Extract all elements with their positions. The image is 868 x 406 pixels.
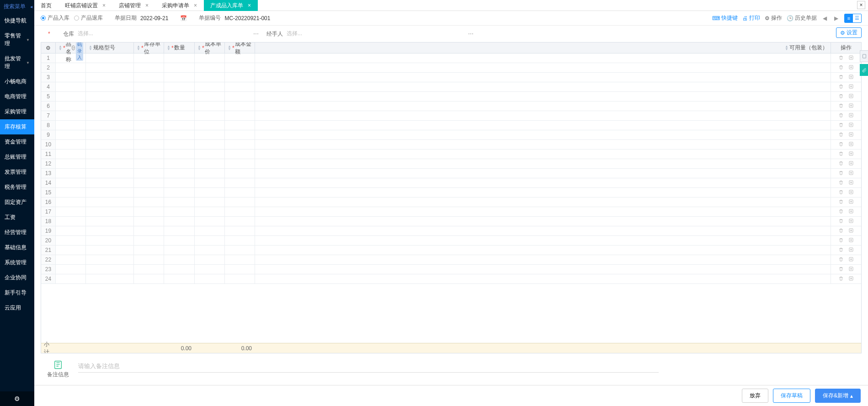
- next-doc[interactable]: ▶: [833, 15, 840, 21]
- table-row[interactable]: 23: [41, 265, 861, 274]
- tab-4[interactable]: 产成品入库单: [204, 0, 258, 11]
- info-icon[interactable]: ?: [72, 45, 75, 50]
- table-row[interactable]: 12: [41, 159, 861, 169]
- table-row[interactable]: 3: [41, 73, 861, 82]
- delete-row-icon[interactable]: [838, 64, 844, 71]
- add-row-icon[interactable]: [848, 247, 854, 254]
- add-row-icon[interactable]: [848, 266, 854, 273]
- add-row-icon[interactable]: [848, 64, 854, 71]
- add-row-icon[interactable]: [848, 256, 854, 263]
- col-available[interactable]: ▲▼可用量（包装）: [255, 43, 831, 53]
- delete-row-icon[interactable]: [838, 74, 844, 81]
- add-row-icon[interactable]: [848, 208, 854, 215]
- col-amount[interactable]: ▲▼*成本金额: [225, 43, 255, 53]
- sidebar-search[interactable]: 搜索菜单: [0, 0, 34, 13]
- abandon-button[interactable]: 放弃: [742, 389, 768, 403]
- delete-row-icon[interactable]: [838, 55, 844, 62]
- warehouse-field[interactable]: *仓库 选择...⋯: [48, 30, 258, 38]
- sidebar-item-15[interactable]: 系统管理: [0, 255, 34, 270]
- col-gear[interactable]: ⚙: [41, 43, 56, 53]
- sidebar-item-6[interactable]: 库存核算: [0, 119, 34, 134]
- sidebar-item-5[interactable]: 采购管理: [0, 104, 34, 119]
- radio-product-out[interactable]: 产品退库: [74, 14, 103, 22]
- add-row-icon[interactable]: [848, 132, 854, 139]
- sidebar-item-14[interactable]: 基础信息: [0, 240, 34, 255]
- more-icon[interactable]: ⋯: [253, 31, 258, 37]
- history-link[interactable]: 🕒 历史单据: [787, 14, 817, 22]
- delete-row-icon[interactable]: [838, 122, 844, 129]
- table-row[interactable]: 16: [41, 198, 861, 207]
- add-row-icon[interactable]: [848, 74, 854, 81]
- delete-row-icon[interactable]: [838, 199, 844, 206]
- delete-row-icon[interactable]: [838, 247, 844, 254]
- delete-row-icon[interactable]: [838, 218, 844, 225]
- add-row-icon[interactable]: [848, 151, 854, 158]
- col-qty[interactable]: ▲▼*数量: [164, 43, 195, 53]
- table-row[interactable]: 9: [41, 130, 861, 140]
- scan-badge[interactable]: 扫码录入: [76, 42, 83, 61]
- table-row[interactable]: 14: [41, 178, 861, 188]
- settings-button[interactable]: ⚙ 设置: [836, 27, 862, 38]
- sidebar-item-1[interactable]: 零售管理▼: [0, 28, 34, 51]
- sidebar-item-11[interactable]: 固定资产: [0, 195, 34, 210]
- delete-row-icon[interactable]: [838, 84, 844, 91]
- delete-row-icon[interactable]: [838, 180, 844, 187]
- sidebar-item-18[interactable]: 云应用: [0, 300, 34, 315]
- add-row-icon[interactable]: [848, 199, 854, 206]
- prev-doc[interactable]: ◀: [821, 15, 828, 21]
- sidebar-item-10[interactable]: 税务管理: [0, 180, 34, 195]
- side-tab-doc[interactable]: [860, 50, 868, 62]
- table-row[interactable]: 15: [41, 188, 861, 198]
- add-row-icon[interactable]: [848, 237, 854, 244]
- sidebar-item-7[interactable]: 资金管理: [0, 134, 34, 150]
- table-row[interactable]: 18: [41, 217, 861, 226]
- side-tab-attach[interactable]: [860, 64, 868, 76]
- add-row-icon[interactable]: [848, 93, 854, 100]
- add-row-icon[interactable]: [848, 228, 854, 235]
- col-spec[interactable]: ▲▼规格型号: [86, 43, 134, 53]
- handler-field[interactable]: 经手人 选择...⋯: [263, 30, 473, 38]
- calendar-icon[interactable]: 📅: [180, 15, 187, 21]
- add-row-icon[interactable]: [848, 122, 854, 129]
- delete-row-icon[interactable]: [838, 141, 844, 148]
- table-row[interactable]: 19: [41, 226, 861, 236]
- print-link[interactable]: 🖨 打印: [742, 14, 760, 22]
- delete-row-icon[interactable]: [838, 93, 844, 100]
- tab-3[interactable]: 采购申请单: [155, 0, 204, 11]
- delete-row-icon[interactable]: [838, 132, 844, 139]
- table-row[interactable]: 2: [41, 63, 861, 73]
- table-row[interactable]: 11: [41, 150, 861, 159]
- add-row-icon[interactable]: [848, 189, 854, 196]
- delete-row-icon[interactable]: [838, 237, 844, 244]
- delete-row-icon[interactable]: [838, 208, 844, 215]
- table-row[interactable]: 22: [41, 255, 861, 265]
- delete-row-icon[interactable]: [838, 276, 844, 283]
- delete-row-icon[interactable]: [838, 256, 844, 263]
- col-unit-price[interactable]: ▲▼*成本单价: [195, 43, 225, 53]
- table-row[interactable]: 5: [41, 92, 861, 102]
- add-row-icon[interactable]: [848, 84, 854, 91]
- delete-row-icon[interactable]: [838, 160, 844, 167]
- sidebar-item-16[interactable]: 企业协同: [0, 270, 34, 285]
- more-icon[interactable]: ⋯: [468, 31, 473, 37]
- radio-product-in[interactable]: 产品入库: [41, 14, 69, 22]
- gear-icon[interactable]: ⚙: [14, 395, 20, 402]
- operate-link[interactable]: ⚙ 操作: [765, 14, 782, 22]
- add-row-icon[interactable]: [848, 180, 854, 187]
- sidebar-item-2[interactable]: 批发管理▼: [0, 51, 34, 74]
- sidebar-item-17[interactable]: 新手引导: [0, 285, 34, 300]
- add-row-icon[interactable]: [848, 141, 854, 148]
- sidebar-item-0[interactable]: 快捷导航: [0, 13, 34, 28]
- delete-row-icon[interactable]: [838, 151, 844, 158]
- sidebar-item-4[interactable]: 电商管理: [0, 89, 34, 104]
- sidebar-item-12[interactable]: 工资: [0, 210, 34, 225]
- add-row-icon[interactable]: [848, 170, 854, 177]
- table-row[interactable]: 4: [41, 82, 861, 92]
- table-row[interactable]: 24: [41, 274, 861, 284]
- col-unit[interactable]: ▲▼*库存单位: [134, 43, 164, 53]
- remark-input[interactable]: [78, 360, 659, 373]
- add-row-icon[interactable]: [848, 55, 854, 62]
- view-toggle[interactable]: ≡☰: [844, 14, 862, 23]
- sidebar-item-8[interactable]: 总账管理: [0, 150, 34, 165]
- tab-2[interactable]: 店铺管理: [112, 0, 155, 11]
